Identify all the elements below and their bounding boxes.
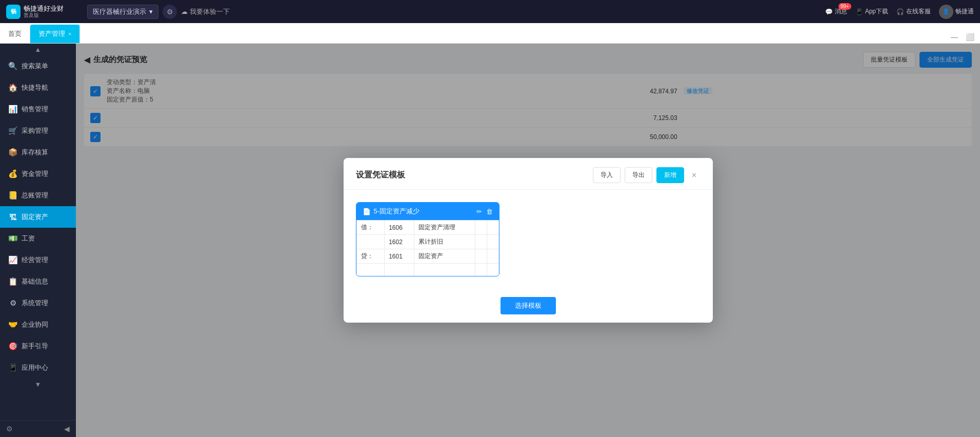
select-template-button[interactable]: 选择模板: [501, 297, 556, 314]
template-table: 借： 1606 固定资产清理 1602 累计折旧: [356, 220, 499, 276]
message-icon: 💬: [825, 8, 833, 15]
company-selector[interactable]: 医疗器械行业演示 ▾: [87, 5, 158, 19]
empty-col-4: [475, 264, 487, 276]
box-icon: 📦: [8, 148, 17, 157]
sidebar-item-finance[interactable]: 💰 资金管理: [0, 163, 76, 185]
empty-col-1: [356, 264, 385, 276]
export-button[interactable]: 导出: [625, 167, 652, 183]
credit-label-1: 贷：: [356, 249, 385, 264]
tabbar-actions: — ⬜: [948, 31, 980, 43]
target-icon: 🎯: [8, 342, 17, 351]
template-card: 📄 5-固定资产减少 ✏ 🗑 借： 1606: [356, 202, 499, 276]
topbar-center: 医疗器械行业演示 ▾ ⚙ ☁ 我要体验一下: [82, 5, 825, 19]
home-icon: 🏠: [8, 83, 17, 92]
empty-col-5: [487, 264, 498, 276]
wage-icon: 💵: [8, 234, 17, 243]
template-card-title: 📄 5-固定资产减少: [363, 207, 420, 216]
window-minimize-button[interactable]: —: [948, 31, 961, 43]
cart-icon: 🛒: [8, 126, 17, 135]
close-icon: ×: [692, 171, 696, 180]
sidebar-item-sysmanage[interactable]: ⚙ 系统管理: [0, 292, 76, 314]
modal-close-button[interactable]: ×: [688, 169, 701, 182]
modal-title: 设置凭证模板: [356, 170, 405, 181]
content-area: ◀ 生成的凭证预览 批量凭证模板 全部生成凭证 ✓ 变动类型：资产清 资产名称：…: [76, 44, 980, 437]
experience-button[interactable]: ☁ 我要体验一下: [181, 7, 230, 16]
avatar: 👤: [939, 5, 953, 19]
sidebar-item-inventory[interactable]: 📦 库存核算: [0, 142, 76, 163]
sidebar-item-fixedasset[interactable]: 🏗 固定资产: [0, 206, 76, 228]
sidebar-item-purchase[interactable]: 🛒 采购管理: [0, 120, 76, 142]
template-card-actions: ✏ 🗑: [476, 208, 493, 215]
sidebar-collapse-button[interactable]: ◀: [64, 425, 70, 433]
sidebar-settings-button[interactable]: ⚙: [6, 425, 13, 433]
account-code-2: 1602: [385, 235, 414, 249]
modal-overlay: 设置凭证模板 导入 导出 新增 ×: [76, 44, 980, 437]
sidebar-item-search[interactable]: 🔍 搜索菜单: [0, 55, 76, 77]
handshake-icon: 🤝: [8, 320, 17, 329]
modal-header: 设置凭证模板 导入 导出 新增 ×: [344, 158, 713, 190]
chevron-down-icon: ▾: [149, 8, 153, 15]
account-code-1: 1606: [385, 221, 414, 235]
template-table-row-empty: [356, 264, 498, 276]
amount-col-1: [475, 221, 487, 235]
book-icon: 📒: [8, 191, 17, 200]
messages-button[interactable]: 💬 消息 99+: [825, 7, 847, 16]
template-delete-icon[interactable]: 🗑: [486, 208, 493, 215]
avatar-icon: 👤: [943, 8, 950, 15]
sidebar-item-payroll[interactable]: 💵 工资: [0, 228, 76, 249]
amount-col-4: [487, 235, 498, 249]
app-download-button[interactable]: 📱 App下载: [855, 7, 888, 16]
sidebar-item-quicknav[interactable]: 🏠 快捷导航: [0, 77, 76, 98]
amount-col-3: [475, 235, 487, 249]
empty-col-3: [414, 264, 475, 276]
account-name-3: 固定资产: [414, 249, 475, 264]
amount-col-2: [487, 221, 498, 235]
search-icon: 🔍: [8, 62, 17, 71]
online-service-button[interactable]: 🎧 在线客服: [896, 7, 931, 16]
new-template-button[interactable]: 新增: [656, 167, 684, 183]
sidebar-scroll-up[interactable]: ▲: [0, 44, 76, 55]
sidebar-item-guide[interactable]: 🎯 新手引导: [0, 335, 76, 357]
sidebar-item-appcenter[interactable]: 📱 应用中心: [0, 357, 76, 379]
debit-label-1: 借：: [356, 221, 385, 235]
sidebar-item-enterprise[interactable]: 🤝 企业协同: [0, 314, 76, 335]
empty-col-2: [385, 264, 414, 276]
tab-asset[interactable]: 资产管理 ×: [30, 25, 80, 43]
account-name-1: 固定资产清理: [414, 221, 475, 235]
sidebar-item-baseinfo[interactable]: 📋 基础信息: [0, 271, 76, 292]
template-table-row: 借： 1606 固定资产清理: [356, 221, 498, 235]
settings-button[interactable]: ⚙: [163, 5, 177, 19]
window-maximize-button[interactable]: ⬜: [964, 31, 976, 43]
clipboard-icon: 📋: [8, 277, 17, 286]
modal-body: 📄 5-固定资产减少 ✏ 🗑 借： 1606: [344, 190, 713, 289]
sidebar-scroll-down[interactable]: ▼: [0, 379, 76, 390]
template-table-row: 1602 累计折旧: [356, 235, 498, 249]
user-profile[interactable]: 👤 畅捷通: [939, 5, 974, 19]
amount-col-5: [475, 249, 487, 264]
logo-text: 畅捷通好业财 普及版: [24, 5, 64, 19]
app-logo: 畅 畅捷通好业财 普及版: [6, 5, 82, 19]
import-button[interactable]: 导入: [593, 167, 621, 183]
modal-footer: 选择模板: [344, 289, 713, 323]
trending-icon: 📈: [8, 255, 17, 265]
cloud-icon: ☁: [181, 8, 188, 15]
tabbar: 首页 资产管理 × — ⬜: [0, 23, 980, 44]
template-table-row: 贷： 1601 固定资产: [356, 249, 498, 264]
sidebar-item-ledger[interactable]: 📒 总账管理: [0, 185, 76, 206]
topbar-right: 💬 消息 99+ 📱 App下载 🎧 在线客服 👤 畅捷通: [825, 5, 974, 19]
topbar: 畅 畅捷通好业财 普及版 医疗器械行业演示 ▾ ⚙ ☁ 我要体验一下 💬 消息 …: [0, 0, 980, 23]
amount-col-6: [487, 249, 498, 264]
account-name-2: 累计折旧: [414, 235, 475, 249]
logo-icon: 畅: [6, 5, 21, 19]
template-edit-icon[interactable]: ✏: [476, 208, 482, 215]
sidebar-item-operations[interactable]: 📈 经营管理: [0, 249, 76, 271]
phone-icon: 📱: [855, 8, 863, 15]
tab-close-icon[interactable]: ×: [68, 31, 71, 37]
tab-home[interactable]: 首页: [0, 25, 30, 43]
money-icon: 💰: [8, 169, 17, 178]
main-layout: ▲ 🔍 搜索菜单 🏠 快捷导航 📊 销售管理 🛒 采购管理 📦 库存核算 💰 资…: [0, 44, 980, 437]
sidebar-item-sales[interactable]: 📊 销售管理: [0, 98, 76, 120]
sidebar: ▲ 🔍 搜索菜单 🏠 快捷导航 📊 销售管理 🛒 采购管理 📦 库存核算 💰 资…: [0, 44, 76, 437]
voucher-template-modal: 设置凭证模板 导入 导出 新增 ×: [344, 158, 713, 323]
template-card-header: 📄 5-固定资产减少 ✏ 🗑: [356, 203, 499, 220]
